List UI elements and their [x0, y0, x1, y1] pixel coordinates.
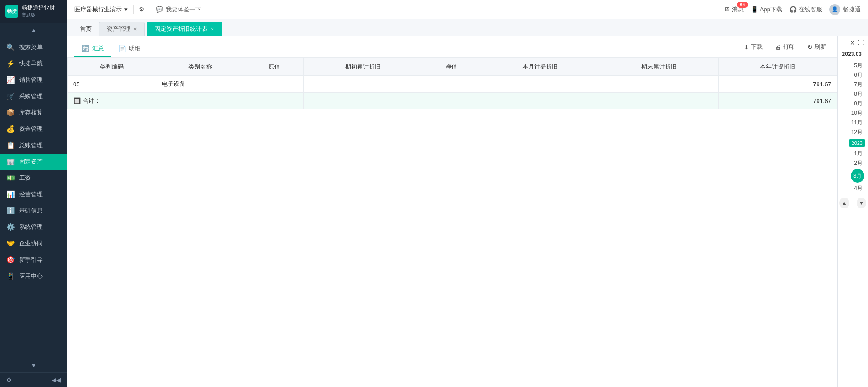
month-2[interactable]: 2月 — [838, 159, 868, 168]
month-1[interactable]: 1月 — [838, 149, 868, 159]
col-header-net: 净值 — [422, 58, 481, 76]
tab-depreciation-report[interactable]: 固定资产折旧统计表 ✕ — [147, 22, 222, 36]
summary-expand-icon[interactable]: 🔲 — [73, 97, 81, 104]
panel-resize-btn[interactable]: ⛶ — [858, 39, 864, 46]
cell-monthly — [481, 76, 600, 93]
sidebar-item-payroll[interactable]: 💵 工资 — [0, 170, 67, 186]
month-nav-up[interactable]: ▲ — [839, 198, 849, 208]
refresh-btn[interactable]: ↻ 刷新 — [804, 41, 830, 53]
tab-asset-management[interactable]: 资产管理 ✕ — [99, 22, 145, 36]
sub-tab-summary-label: 汇总 — [92, 45, 104, 53]
main-area: 医疗器械行业演示 ▾ ⚙ 💬 我要体验一下 🖥 消息 99+ 📱 App下载 🎧 — [67, 0, 868, 387]
panel-close-btn[interactable]: ✕ — [850, 39, 855, 46]
month-9[interactable]: 9月 — [838, 99, 868, 109]
online-service-btn[interactable]: 🎧 在线客服 — [789, 5, 822, 14]
tabs-bar: 首页 资产管理 ✕ 固定资产折旧统计表 ✕ — [67, 19, 868, 36]
sidebar-item-operations[interactable]: 📊 经营管理 — [0, 186, 67, 203]
sidebar-item-guide[interactable]: 🎯 新手引导 — [0, 252, 67, 268]
sales-icon: 📈 — [6, 76, 15, 84]
ledger-icon: 📋 — [6, 141, 15, 149]
message-btn[interactable]: 🖥 消息 99+ — [724, 5, 744, 14]
tab-asset-label: 资产管理 — [107, 25, 130, 33]
col-header-code: 类别编码 — [68, 58, 156, 76]
month-11[interactable]: 11月 — [838, 118, 868, 128]
tab-home[interactable]: 首页 — [74, 22, 97, 36]
quick-nav-icon: ⚡ — [6, 60, 15, 68]
scroll-up-btn[interactable]: ▲ — [29, 25, 39, 35]
sidebar-item-purchase[interactable]: 🛒 采购管理 — [0, 88, 67, 104]
month-10[interactable]: 10月 — [838, 109, 868, 118]
sidebar-item-label: 工资 — [19, 174, 31, 182]
sidebar-item-funds[interactable]: 💰 资金管理 — [0, 121, 67, 137]
sidebar-item-label: 应用中心 — [19, 272, 43, 280]
col-header-annual: 本年计提折旧 — [718, 58, 837, 76]
sub-tab-detail-label: 明细 — [129, 45, 141, 53]
settings-icon[interactable]: ⚙ — [6, 377, 12, 383]
topbar-right: 🖥 消息 99+ 📱 App下载 🎧 在线客服 👤 畅捷通 — [724, 4, 861, 15]
sidebar-item-label: 经营管理 — [19, 190, 43, 198]
sidebar-item-inventory[interactable]: 📦 库存核算 — [0, 104, 67, 121]
sidebar-item-label: 系统管理 — [19, 223, 43, 231]
month-4[interactable]: 4月 — [838, 184, 868, 193]
cell-annual: 791.67 — [718, 76, 837, 93]
company-name: 医疗器械行业演示 — [74, 5, 122, 14]
company-selector[interactable]: 医疗器械行业演示 ▾ — [74, 5, 128, 14]
sidebar-item-fixed-assets[interactable]: 🏢 固定资产 — [0, 154, 67, 170]
app-download-btn[interactable]: 📱 App下载 — [751, 5, 782, 14]
sidebar-item-enterprise[interactable]: 🤝 企业协同 — [0, 235, 67, 252]
user-menu[interactable]: 👤 畅捷通 — [829, 4, 861, 15]
fixed-assets-icon: 🏢 — [6, 158, 15, 166]
scroll-down-btn[interactable]: ▼ — [29, 360, 39, 371]
month-7[interactable]: 7月 — [838, 80, 868, 89]
month-5[interactable]: 5月 — [838, 61, 868, 70]
inventory-icon: 📦 — [6, 109, 15, 117]
sidebar-item-label: 库存核算 — [19, 109, 43, 117]
system-icon: ⚙️ — [6, 223, 15, 231]
purchase-icon: 🛒 — [6, 92, 15, 100]
col-header-original: 原值 — [245, 58, 303, 76]
collapse-sidebar-btn[interactable]: ◀◀ — [52, 377, 61, 383]
avatar-icon: 👤 — [832, 6, 838, 12]
data-table-wrap: 类别编码 类别名称 原值 期初累计折旧 净值 本月计提折旧 期末累计折旧 本年计… — [67, 58, 837, 109]
sidebar-item-system[interactable]: ⚙️ 系统管理 — [0, 219, 67, 235]
month-3-selected[interactable]: 3月 — [851, 169, 864, 183]
content-main: 🔄 汇总 📄 明细 ⬇ 下载 🖨 打印 — [67, 36, 837, 387]
sidebar-item-app-center[interactable]: 📱 应用中心 — [0, 268, 67, 284]
month-nav-down[interactable]: ▼ — [857, 198, 867, 208]
month-8[interactable]: 8月 — [838, 89, 868, 99]
settings-btn[interactable]: ⚙ — [139, 6, 144, 13]
sidebar-item-ledger[interactable]: 📋 总账管理 — [0, 137, 67, 154]
tab-home-label: 首页 — [80, 25, 92, 33]
sub-tab-summary[interactable]: 🔄 汇总 — [74, 41, 111, 57]
print-btn[interactable]: 🖨 打印 — [772, 41, 799, 53]
message-icon: 🖥 — [724, 6, 730, 13]
sub-tabs: 🔄 汇总 📄 明细 — [67, 36, 733, 57]
settings-gear-icon: ⚙ — [139, 6, 144, 13]
operations-icon: 📊 — [6, 190, 15, 198]
payroll-icon: 💵 — [6, 174, 15, 182]
month-6[interactable]: 6月 — [838, 70, 868, 80]
print-icon: 🖨 — [775, 44, 781, 50]
month-12[interactable]: 12月 — [838, 128, 868, 137]
sub-tab-detail[interactable]: 📄 明细 — [111, 41, 148, 57]
tab-asset-close-btn[interactable]: ✕ — [133, 26, 137, 32]
sidebar-item-label: 销售管理 — [19, 76, 43, 84]
sidebar-item-label: 采购管理 — [19, 92, 43, 100]
col-header-name: 类别名称 — [156, 58, 245, 76]
tab-depreciation-close-btn[interactable]: ✕ — [210, 26, 214, 32]
sidebar-item-search[interactable]: 🔍 搜索菜单 — [0, 39, 67, 55]
cell-original — [245, 76, 303, 93]
summary-label-text: 合计： — [83, 97, 100, 105]
sidebar-item-sales[interactable]: 📈 销售管理 — [0, 72, 67, 88]
panel-controls: ✕ ⛶ — [838, 36, 868, 49]
summary-initial-accum — [303, 93, 422, 109]
experience-icon: 💬 — [156, 6, 163, 13]
download-btn[interactable]: ⬇ 下载 — [740, 41, 766, 53]
col-header-period-end: 期末累计折旧 — [600, 58, 718, 76]
sidebar-item-basic-info[interactable]: ℹ️ 基础信息 — [0, 203, 67, 219]
cell-code: 05 — [68, 76, 156, 93]
sidebar-item-quick-nav[interactable]: ⚡ 快捷导航 — [0, 55, 67, 72]
experience-btn[interactable]: 💬 我要体验一下 — [156, 5, 201, 14]
search-icon: 🔍 — [6, 43, 15, 51]
topbar: 医疗器械行业演示 ▾ ⚙ 💬 我要体验一下 🖥 消息 99+ 📱 App下载 🎧 — [67, 0, 868, 19]
